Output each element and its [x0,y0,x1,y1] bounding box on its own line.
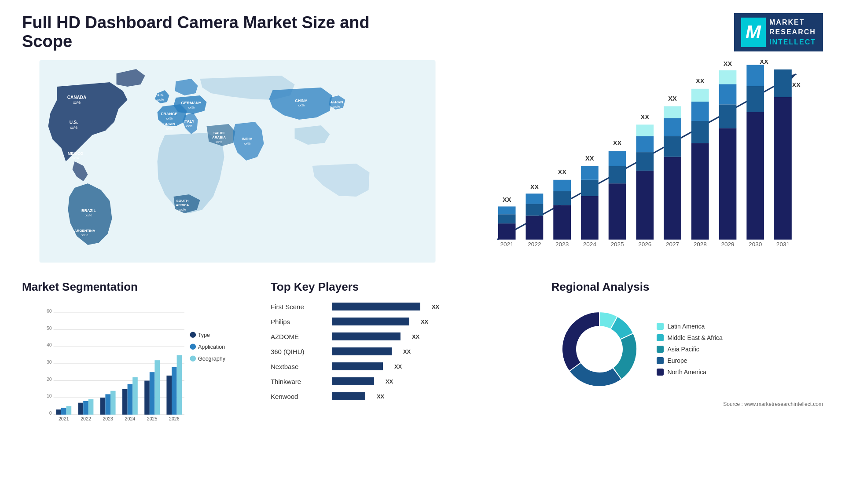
logo-text: MARKET RESEARCH INTELLECT [769,18,816,47]
svg-text:2025: 2025 [610,241,624,248]
svg-text:JAPAN: JAPAN [330,100,343,104]
svg-text:2022: 2022 [528,241,541,248]
regional-chart: Latin AmericaMiddle East & AfricaAsia Pa… [551,301,823,398]
svg-rect-35 [498,223,516,240]
svg-text:XX: XX [792,81,801,88]
svg-text:2024: 2024 [125,416,136,421]
svg-rect-60 [636,171,654,240]
main-container: Full HD Dashboard Camera Market Size and… [0,0,845,460]
svg-text:xx%: xx% [216,140,222,144]
svg-text:xx%: xx% [186,124,192,128]
player-row: KenwoodXX [271,391,543,402]
regional-legend: Latin AmericaMiddle East & AfricaAsia Pa… [657,323,722,376]
svg-rect-118 [132,377,138,415]
logo-line1: MARKET [769,18,816,27]
svg-text:2025: 2025 [147,416,158,421]
player-bar-svg [332,376,378,386]
svg-text:2022: 2022 [81,416,91,421]
svg-text:Geography: Geography [198,356,226,362]
regional-legend-item: Asia Pacific [657,346,722,353]
player-xx-label: XX [403,348,411,355]
player-bar-svg [332,391,370,401]
player-bar-container: XX [332,346,411,357]
regional-legend-item: North America [657,369,722,376]
svg-rect-117 [128,384,133,415]
legend-color-box [657,334,664,341]
key-players-section: Top Key Players First SceneXXPhilipsXXAZ… [271,280,543,447]
svg-text:2030: 2030 [749,241,762,248]
svg-text:xx%: xx% [166,117,173,121]
player-xx-label: XX [386,378,393,385]
svg-text:Type: Type [198,332,210,338]
segmentation-title: Market Segmentation [22,280,262,294]
logo-line3: INTELLECT [769,37,816,47]
svg-rect-113 [100,398,106,415]
svg-rect-46 [553,191,571,205]
svg-text:SPAIN: SPAIN [163,122,175,126]
legend-label: Asia Pacific [667,346,699,353]
svg-rect-109 [66,406,72,415]
svg-text:XX: XX [696,77,705,84]
svg-rect-36 [498,214,516,223]
legend-color-box [657,369,664,376]
svg-text:xx%: xx% [85,213,92,217]
svg-text:xx%: xx% [73,100,81,105]
page-title: Full HD Dashboard Camera Market Size and… [22,13,418,51]
svg-rect-140 [332,318,409,325]
legend-label: Middle East & Africa [667,334,722,341]
svg-text:XX: XX [641,113,650,121]
svg-rect-84 [746,112,764,240]
svg-rect-74 [691,102,709,121]
svg-text:40: 40 [47,342,52,347]
svg-rect-42 [526,194,544,204]
svg-rect-56 [609,166,626,184]
logo-line2: RESEARCH [769,27,816,37]
regional-legend-item: Latin America [657,323,722,330]
svg-text:xx%: xx% [179,208,186,212]
players-list: First SceneXXPhilipsXXAZDOMEXX360 (QIHU)… [271,301,543,404]
regional-section: Regional Analysis Latin AmericaMiddle Ea… [551,280,823,447]
player-row: 360 (QIHU)XX [271,346,543,357]
donut-segment [562,312,599,371]
seg-chart-svg: 0 10 20 30 40 50 60 [22,301,262,424]
svg-text:AFRICA: AFRICA [176,203,189,207]
donut-segment [569,363,622,387]
player-row: AZDOMEXX [271,331,543,342]
svg-rect-110 [78,403,84,415]
svg-rect-66 [664,157,681,240]
svg-rect-37 [498,207,516,215]
player-name: Philips [271,318,328,325]
segmentation-section: Market Segmentation 0 10 20 30 40 50 60 [22,280,262,447]
player-bar-svg [332,317,414,326]
svg-text:2024: 2024 [583,241,597,248]
svg-text:xx%: xx% [333,105,340,109]
svg-rect-146 [332,362,383,370]
svg-text:GERMANY: GERMANY [181,101,201,105]
svg-rect-62 [636,136,654,153]
svg-rect-61 [636,152,654,171]
svg-text:xx%: xx% [157,98,164,102]
svg-text:XX: XX [530,183,539,190]
svg-rect-55 [609,183,626,240]
svg-rect-80 [719,84,737,105]
svg-rect-68 [664,118,681,136]
svg-text:2026: 2026 [638,241,651,248]
svg-text:2027: 2027 [666,241,679,248]
svg-text:SOUTH: SOUTH [176,199,189,203]
svg-text:2029: 2029 [721,241,734,248]
svg-rect-108 [61,408,66,414]
donut-svg [551,301,648,398]
svg-text:10: 10 [47,393,52,398]
svg-rect-142 [332,332,400,340]
svg-rect-137 [332,303,420,310]
player-xx-label: XX [412,333,419,340]
svg-text:2021: 2021 [59,416,69,421]
player-name: First Scene [271,303,328,310]
player-name: AZDOME [271,333,328,340]
legend-label: North America [667,369,706,376]
svg-rect-148 [332,377,374,385]
svg-text:XX: XX [558,168,566,175]
legend-color-box [657,346,664,353]
svg-rect-89 [774,97,792,240]
svg-text:XX: XX [668,95,677,102]
